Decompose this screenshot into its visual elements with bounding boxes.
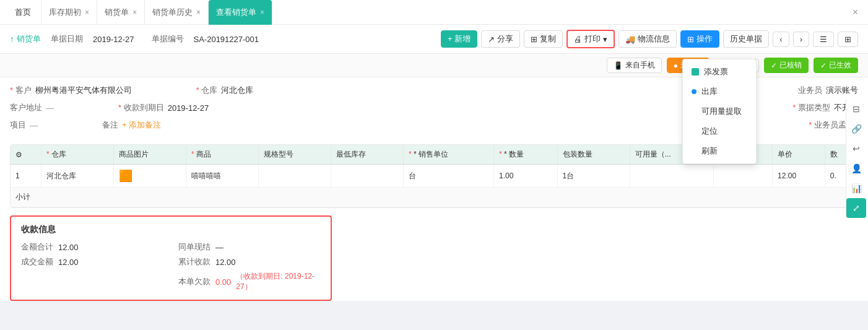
payment-grid: 金额合计 12.00 同单现结 — 成交金额 12.00 累计收款 12.00	[21, 241, 321, 292]
copy-icon: ⊞	[531, 35, 537, 44]
row-spec	[259, 165, 331, 188]
print-dropdown-icon: ▾	[603, 35, 607, 44]
col-min-stock: 最低库存	[331, 145, 404, 165]
tab-close-sales-history[interactable]: ×	[196, 8, 201, 17]
note-label: 备注	[102, 119, 118, 131]
already-effective-button[interactable]: ✓ 已生效	[814, 58, 858, 73]
col-quantity: * 数量	[493, 145, 557, 165]
col-image: 商品图片	[114, 145, 186, 165]
address-label: 客户地址	[10, 102, 42, 113]
view-list-button[interactable]: ☰	[813, 32, 834, 47]
note-field: 备注 + 添加备注	[102, 119, 161, 131]
col-product: 商品	[186, 145, 259, 165]
cumulative-label: 累计收款	[178, 256, 210, 267]
tab-view-sales[interactable]: 查看销货单 ×	[209, 0, 272, 25]
print-icon: 🖨	[574, 35, 582, 44]
col-unit: * 销售单位	[404, 145, 494, 165]
product-image: 🟧	[119, 170, 132, 182]
doc-actions: + 新增 ↗ 分享 ⊞ 复制 🖨 打印 ▾ 🚚 物流信息	[441, 30, 858, 48]
add-note-button[interactable]: + 添加备注	[122, 119, 161, 131]
view-grid-button[interactable]: ⊞	[838, 32, 858, 47]
overdue-value: 0.00	[215, 277, 231, 287]
project-label: 项目	[10, 119, 26, 131]
project-value: —	[30, 121, 38, 130]
add-invoice-icon	[692, 68, 699, 76]
payment-section: 收款信息 金额合计 12.00 同单现结 — 成交金额 12.00 累计收款 1…	[10, 215, 332, 301]
total-amount-label: 金额合计	[21, 241, 53, 253]
transaction-value: 12.00	[58, 258, 79, 267]
operations-button[interactable]: ⊞ 操作	[680, 30, 719, 48]
col-spec: 规格型号	[259, 145, 331, 165]
tab-inventory[interactable]: 库存期初 ×	[41, 0, 97, 25]
tab-bar: 首页 库存期初 × 销货单 × 销货单历史 × 查看销货单 × ×	[0, 0, 868, 25]
number-value: SA-20191227-001	[194, 35, 259, 44]
col-price: 单价	[773, 145, 825, 165]
row-avail-qty	[630, 165, 713, 188]
already-voided-button[interactable]: ✓ 已核销	[764, 58, 809, 73]
nav-prev-button[interactable]: ‹	[773, 32, 789, 47]
col-warehouse: 仓库	[41, 145, 114, 165]
share-button[interactable]: ↗ 分享	[481, 30, 520, 48]
ticket-label: 票据类型	[792, 102, 830, 113]
overdue-label: 本单欠款	[178, 276, 210, 287]
total-amount-value: 12.00	[58, 243, 79, 252]
outbound-icon	[692, 89, 697, 94]
dropdown-outbound[interactable]: 出库	[683, 82, 756, 102]
tab-sales[interactable]: 销货单 ×	[97, 0, 145, 25]
operations-dropdown: 添发票 出库 可用量提取 定位 刷新	[682, 59, 757, 164]
sidebar-chart-icon[interactable]: 📊	[846, 178, 866, 198]
row-product: 嘻嘻嘻嘻	[186, 165, 259, 188]
sidebar-link-icon[interactable]: 🔗	[846, 119, 866, 139]
sidebar-expand-icon[interactable]: ⤢	[846, 198, 866, 218]
dropdown-avail-qty[interactable]: 可用量提取	[683, 102, 756, 121]
col-settings[interactable]: ⚙	[11, 145, 41, 165]
row-quantity: 1.00	[493, 165, 557, 188]
phone-icon: 📱	[614, 61, 623, 70]
window-close-button[interactable]: ×	[848, 7, 863, 18]
same-order-item: 同单现结 —	[178, 241, 321, 253]
print-button[interactable]: 🖨 打印 ▾	[566, 30, 615, 48]
history-button[interactable]: 历史单据	[723, 30, 769, 48]
subtotal-row: 小计	[11, 188, 857, 207]
project-field: 项目 —	[10, 119, 38, 131]
sales-order-icon: ↑	[10, 34, 14, 44]
number-label: 单据编号	[152, 33, 184, 45]
due-date-field: 收款到期日 2019-12-27	[118, 102, 209, 113]
tab-home[interactable]: 首页	[5, 0, 41, 25]
tab-close-sales[interactable]: ×	[132, 8, 137, 17]
voided-icon: ✓	[771, 61, 777, 70]
from-phone-button[interactable]: 📱 来自手机	[607, 58, 662, 73]
row-unit: 台	[404, 165, 494, 188]
doc-type-label: 销货单	[17, 33, 41, 45]
customer-label: 客户	[10, 85, 32, 96]
due-date-label: 收款到期日	[118, 102, 164, 113]
warehouse-label: 仓库	[196, 85, 218, 96]
copy-button[interactable]: ⊞ 复制	[524, 30, 563, 48]
tab-close-inventory[interactable]: ×	[85, 8, 89, 17]
row-min-stock	[331, 165, 404, 188]
row-image: 🟧	[114, 165, 186, 188]
tab-close-view-sales[interactable]: ×	[260, 8, 264, 17]
new-button[interactable]: + 新增	[441, 30, 477, 48]
sidebar-reply-icon[interactable]: ↩	[846, 139, 866, 158]
overdue-item: 本单欠款 0.00 （收款到期日: 2019-12-27）	[178, 271, 321, 292]
logistics-button[interactable]: 🚚 物流信息	[618, 30, 677, 48]
total-amount-item: 金额合计 12.00	[21, 241, 163, 253]
effective-icon: ✓	[820, 61, 827, 70]
transaction-label: 成交金额	[21, 256, 53, 267]
cumulative-value: 12.00	[215, 258, 236, 267]
warehouse-value: 河北仓库	[221, 85, 253, 96]
nav-next-button[interactable]: ›	[793, 32, 809, 47]
doc-header: ↑ 销货单 单据日期 2019-12-27 单据编号 SA-20191227-0…	[0, 25, 868, 54]
tab-sales-history[interactable]: 销货单历史 ×	[145, 0, 209, 25]
table-row: 1 河北仓库 🟧 嘻嘻嘻嘻 台 1.00 1台 12.00	[11, 165, 857, 188]
right-sidebar: ⊟ 🔗 ↩ 👤 📊 ⤢	[846, 99, 868, 218]
dropdown-add-invoice[interactable]: 添发票	[683, 62, 756, 82]
sidebar-user-icon[interactable]: 👤	[846, 158, 866, 178]
cumulative-item: 累计收款 12.00	[178, 256, 321, 267]
sidebar-copy-icon[interactable]: ⊟	[846, 99, 866, 119]
dropdown-locate[interactable]: 定位	[683, 121, 756, 141]
dropdown-refresh[interactable]: 刷新	[683, 141, 756, 161]
address-value: —	[46, 103, 54, 113]
same-order-label: 同单现结	[178, 241, 210, 253]
